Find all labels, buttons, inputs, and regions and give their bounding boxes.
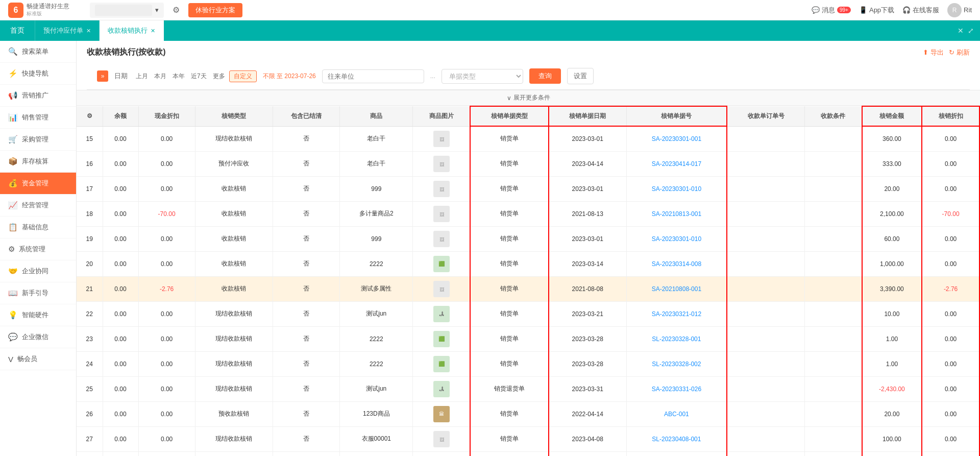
- cell-goods: 测试jun: [340, 301, 413, 326]
- bill-no-link[interactable]: SL-20230408-001: [652, 436, 701, 443]
- sidebar-item-inventory[interactable]: 📦 库存核算: [0, 151, 76, 173]
- maximize-icon[interactable]: ⤢: [968, 27, 974, 35]
- cell-goods-img: 🏛: [413, 401, 470, 426]
- date-custom-btn[interactable]: 自定义: [229, 70, 257, 82]
- svg-text:🖼: 🖼: [439, 287, 444, 292]
- bill-no-link[interactable]: SA-20230301-001: [652, 135, 701, 142]
- company-selector[interactable]: ▾: [90, 3, 164, 18]
- query-button[interactable]: 查询: [529, 68, 561, 84]
- partner-input[interactable]: [322, 69, 424, 83]
- search-icon: 🔍: [8, 47, 18, 56]
- date-btn-this-year[interactable]: 本年: [170, 71, 187, 82]
- phone-icon: 📱: [859, 6, 867, 14]
- sidebar-label-marketing: 营销推广: [22, 91, 48, 100]
- sidebar-label-sales: 销售管理: [22, 113, 48, 122]
- cell-seq: 26: [77, 401, 103, 426]
- setting-button[interactable]: 设置: [567, 68, 594, 84]
- sidebar-item-basics[interactable]: 📋 基础信息: [0, 217, 76, 238]
- cell-receipt-condition: [805, 151, 862, 176]
- cell-cancel-discount: 0.00: [922, 401, 979, 426]
- cell-bill-date: 2023-03-01: [549, 126, 627, 151]
- sidebar-label-enterprise: 企业协同: [22, 267, 48, 276]
- date-btn-7days[interactable]: 近7天: [189, 71, 209, 82]
- bill-no-link[interactable]: ABC-001: [664, 411, 689, 418]
- tab-home[interactable]: 首页: [0, 20, 35, 41]
- date-btn-this-month[interactable]: 本月: [152, 71, 168, 82]
- date-btn-last-month[interactable]: 上月: [134, 71, 150, 82]
- bill-no-link[interactable]: SA-20230321-012: [652, 310, 701, 318]
- bill-no-link[interactable]: SA-20210813-001: [652, 210, 701, 218]
- bill-no-link[interactable]: SA-20230414-017: [652, 160, 701, 167]
- cell-goods-img: 🟩: [413, 251, 470, 276]
- sidebar-item-sales[interactable]: 📊 销售管理: [0, 107, 76, 129]
- cell-goods: 2222: [340, 451, 413, 456]
- bill-no-link[interactable]: SA-20230331-026: [652, 386, 701, 393]
- cell-bill-no: SA-20230321-012: [626, 301, 726, 326]
- sidebar-item-system[interactable]: ⚙ 系统管理: [0, 238, 76, 260]
- sidebar-item-purchase[interactable]: 🛒 采购管理: [0, 129, 76, 151]
- sidebar-item-hardware[interactable]: 💡 智能硬件: [0, 304, 76, 326]
- refresh-button[interactable]: ↻ 刷新: [949, 48, 970, 57]
- sidebar-item-member[interactable]: V 畅会员: [0, 348, 76, 370]
- tab-prepayment[interactable]: 预付冲应付单 ✕: [35, 20, 100, 41]
- sidebar-item-finance[interactable]: 💰 资金管理: [0, 173, 76, 195]
- sidebar-item-guide[interactable]: 📖 新手引导: [0, 282, 76, 304]
- cell-goods: 2222: [340, 251, 413, 276]
- tab-prepayment-close[interactable]: ✕: [86, 28, 91, 34]
- cell-bill-type: 销货单: [470, 451, 549, 456]
- date-btn-more[interactable]: 更多: [211, 71, 227, 82]
- export-button[interactable]: ⬆ 导出: [923, 48, 944, 57]
- cell-receipt-condition: [805, 451, 862, 456]
- cart-icon: 🛒: [8, 135, 18, 144]
- tab-receipt-cancel[interactable]: 收款核销执行 ✕: [100, 20, 164, 41]
- cell-goods: 测试多属性: [340, 276, 413, 301]
- table-row: 20 0.00 0.00 收款核销 否 2222 🟩 销货单 2023-03-1…: [77, 251, 979, 276]
- table-row: 25 0.00 0.00 现结收款核销 否 测试jun 🏞 销货退货单 2023…: [77, 376, 979, 401]
- tab-receipt-cancel-close[interactable]: ✕: [151, 28, 155, 34]
- cell-bill-date: 2023-03-28: [549, 326, 627, 351]
- cell-balance: 0.00: [103, 401, 138, 426]
- cell-bill-type: 销货单: [470, 176, 549, 201]
- close-window-icon[interactable]: ✕: [958, 27, 964, 35]
- bill-no-link[interactable]: SL-20230328-002: [652, 361, 701, 368]
- cell-cancel-amount: 100.00: [862, 451, 922, 456]
- cell-bill-no: ABC-001: [626, 401, 726, 426]
- message-icon: 💬: [812, 6, 820, 14]
- sidebar-item-marketing[interactable]: 📢 营销推广: [0, 85, 76, 107]
- settings-gear-button[interactable]: ⚙: [169, 3, 183, 17]
- bill-no-link[interactable]: SA-20230301-010: [652, 185, 701, 193]
- bill-no-link[interactable]: SA-20230314-008: [652, 260, 701, 268]
- industry-btn[interactable]: 休验行业方案: [188, 3, 242, 17]
- sidebar-label-system: 系统管理: [19, 245, 45, 254]
- page-actions: ⬆ 导出 ↻ 刷新: [923, 48, 970, 57]
- flash-icon: ⚡: [8, 69, 18, 78]
- goods-image: 🖼: [433, 206, 450, 222]
- message-item[interactable]: 💬 消息 99+: [812, 6, 851, 15]
- bill-no-link[interactable]: SL-20230328-001: [652, 335, 701, 343]
- table-area[interactable]: ⚙ 余额 现金折扣 核销类型 包含已结清 商品 商品图片 核销单据类型 核销单据…: [77, 106, 980, 456]
- sidebar-label-hardware: 智能硬件: [22, 310, 48, 320]
- cell-balance: 0.00: [103, 351, 138, 376]
- cell-bill-date: 2023-03-28: [549, 351, 627, 376]
- cell-include-settled: 否: [273, 176, 340, 201]
- sidebar: 🔍 搜索菜单 ⚡ 快捷导航 📢 营销推广 📊 销售管理 🛒 采购管理 📦 库存核…: [0, 41, 77, 456]
- user-item[interactable]: R Rit: [947, 3, 972, 17]
- bill-no-link[interactable]: SA-20230301-010: [652, 235, 701, 243]
- online-service-item[interactable]: 🎧 在线客服: [902, 6, 939, 15]
- expand-more-bar[interactable]: ∨ 展开更多条件: [77, 90, 980, 106]
- app-download-item[interactable]: 📱 App下载: [859, 6, 894, 15]
- sidebar-item-wechat[interactable]: 💬 企业微信: [0, 326, 76, 348]
- sidebar-item-operations[interactable]: 📈 经营管理: [0, 195, 76, 217]
- bill-no-link[interactable]: SA-20210808-001: [652, 285, 701, 293]
- sidebar-item-search[interactable]: 🔍 搜索菜单: [0, 41, 76, 63]
- cell-goods-img: 🖼: [413, 201, 470, 226]
- sidebar-item-enterprise[interactable]: 🤝 企业协同: [0, 260, 76, 282]
- cell-cancel-type: 现结收款核销: [195, 451, 273, 456]
- sidebar-item-quicknav[interactable]: ⚡ 快捷导航: [0, 63, 76, 85]
- col-cancel-amount: 核销金额: [862, 106, 922, 126]
- cell-bill-no: SA-20230414-017: [626, 151, 726, 176]
- bill-type-select[interactable]: 单据类型: [442, 69, 523, 84]
- filter-expand-button[interactable]: »: [97, 70, 108, 82]
- col-balance: 余额: [103, 106, 138, 126]
- cell-balance: 0.00: [103, 451, 138, 456]
